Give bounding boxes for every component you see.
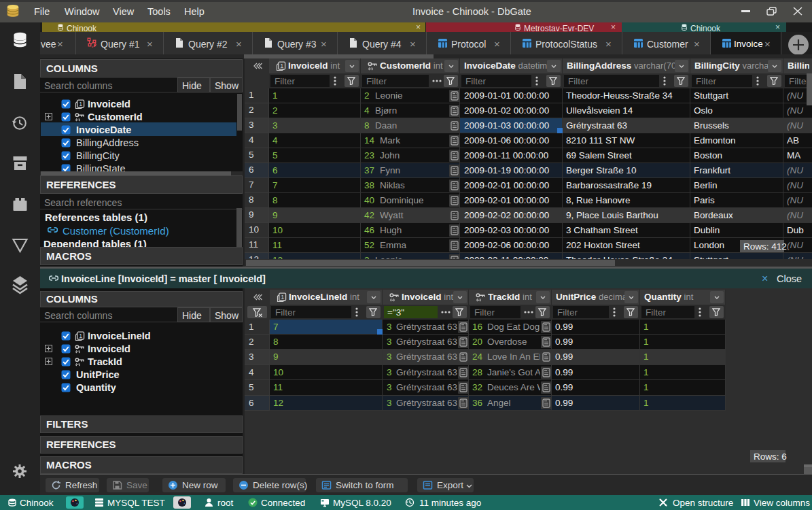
svg-text:1: 1 — [79, 101, 82, 107]
svg-text:1: 1 — [79, 333, 82, 339]
svg-text:1: 1 — [280, 63, 283, 69]
svg-text:1: 1 — [281, 294, 284, 301]
